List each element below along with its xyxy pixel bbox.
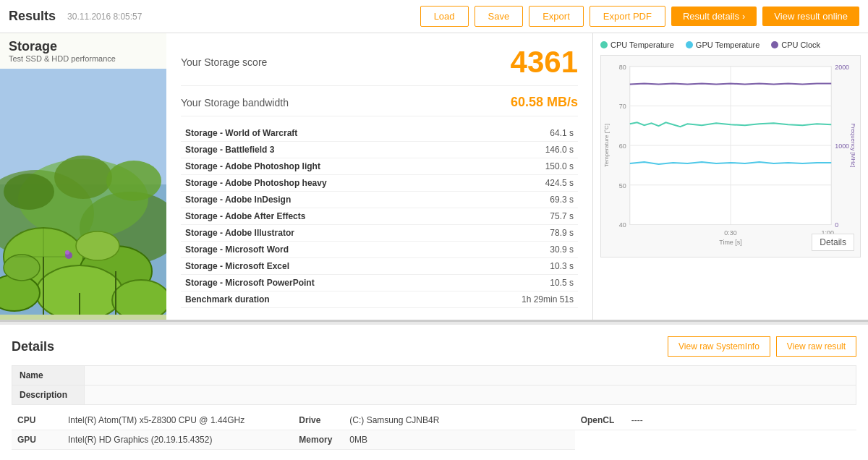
benchmark-row: Storage - Adobe Photoshop heavy424.5 s — [181, 175, 578, 192]
benchmark-value: 69.3 s — [464, 192, 578, 208]
storage-subtitle: Test SSD & HDD performance — [9, 54, 158, 63]
svg-text:Temperature [°C]: Temperature [°C] — [603, 124, 610, 167]
hardware-col-2: Drive (C:) Samsung CJNB4R Memory 0MB — [293, 411, 574, 450]
memory-row: Memory 0MB — [293, 430, 574, 450]
info-fields-table: Name Description — [12, 365, 856, 405]
benchmark-name: Storage - Microsoft PowerPoint — [181, 275, 464, 291]
memory-value: 0MB — [344, 430, 373, 449]
svg-point-11 — [4, 255, 40, 281]
description-row: Description — [12, 386, 856, 405]
gpu-temp-label: GPU Temperature — [696, 41, 760, 49]
benchmark-name: Storage - Adobe Illustrator — [181, 225, 464, 242]
view-raw-result-button[interactable]: View raw result — [776, 336, 856, 357]
storage-title-panel: Storage Test SSD & HDD performance — [0, 33, 166, 69]
benchmark-value: 64.1 s — [464, 125, 578, 142]
storage-heading: Storage — [9, 39, 158, 54]
export-pdf-button[interactable]: Export PDF — [590, 6, 665, 27]
benchmark-value: 10.5 s — [464, 275, 578, 291]
benchmark-name: Storage - Adobe InDesign — [181, 192, 464, 208]
svg-point-20 — [4, 174, 54, 210]
opencl-row: OpenCL ---- — [575, 411, 856, 430]
results-date: 30.11.2016 8:05:57 — [67, 12, 142, 22]
chart-container: 80 70 60 50 40 2000 1000 0 0:30 1:00 Tim… — [600, 55, 861, 257]
details-actions: View raw SystemInfo View raw result — [668, 336, 856, 357]
cpu-row: CPU Intel(R) Atom(TM) x5-Z8300 CPU @ 1.4… — [12, 411, 293, 430]
svg-text:80: 80 — [619, 64, 626, 71]
svg-point-10 — [76, 231, 119, 260]
benchmark-row: Storage - Microsoft Excel10.3 s — [181, 258, 578, 275]
chart-legend: CPU Temperature GPU Temperature CPU Cloc… — [600, 41, 861, 49]
score-label: Your Storage score — [181, 56, 267, 68]
svg-text:0:30: 0:30 — [724, 229, 736, 237]
svg-text:2000: 2000 — [835, 64, 849, 71]
cpu-label: CPU — [12, 411, 62, 430]
save-button[interactable]: Save — [475, 6, 524, 27]
nature-svg — [0, 69, 166, 315]
benchmark-row: Storage - Adobe Photoshop light150.0 s — [181, 158, 578, 175]
svg-text:40: 40 — [619, 221, 626, 229]
load-button[interactable]: Load — [420, 6, 469, 27]
benchmark-row: Storage - Battlefield 3146.0 s — [181, 142, 578, 158]
cpu-clock-label: CPU Clock — [781, 41, 820, 49]
details-section: Details View raw SystemInfo View raw res… — [0, 325, 868, 460]
benchmark-name: Benchmark duration — [181, 291, 464, 308]
hardware-col-1: CPU Intel(R) Atom(TM) x5-Z8300 CPU @ 1.4… — [12, 411, 293, 450]
benchmark-row: Storage - Adobe After Effects75.7 s — [181, 208, 578, 225]
benchmark-value: 1h 29min 51s — [464, 291, 578, 308]
benchmark-row: Storage - Adobe InDesign69.3 s — [181, 192, 578, 208]
svg-point-15 — [65, 250, 69, 255]
legend-gpu-temp: GPU Temperature — [686, 41, 760, 49]
benchmark-value: 424.5 s — [464, 175, 578, 192]
benchmark-name: Storage - World of Warcraft — [181, 125, 464, 142]
benchmark-row: Storage - World of Warcraft64.1 s — [181, 125, 578, 142]
opencl-value: ---- — [626, 411, 649, 430]
memory-label: Memory — [293, 430, 344, 449]
hardware-row: CPU Intel(R) Atom(TM) x5-Z8300 CPU @ 1.4… — [12, 411, 856, 450]
benchmark-name: Storage - Microsoft Excel — [181, 258, 464, 275]
results-title: Results — [9, 9, 56, 24]
view-result-online-button[interactable]: View result online — [762, 7, 859, 26]
score-row: Your Storage score 4361 — [181, 45, 578, 86]
benchmark-value: 10.3 s — [464, 258, 578, 275]
cpu-temp-dot — [600, 41, 608, 48]
drive-row: Drive (C:) Samsung CJNB4R — [293, 411, 574, 430]
view-raw-sysinfo-button[interactable]: View raw SystemInfo — [668, 336, 770, 357]
benchmark-name: Storage - Adobe After Effects — [181, 208, 464, 225]
benchmark-value: 146.0 s — [464, 142, 578, 158]
gpu-label: GPU — [12, 430, 62, 449]
benchmark-row: Benchmark duration1h 29min 51s — [181, 291, 578, 308]
gpu-value: Intel(R) HD Graphics (20.19.15.4352) — [62, 430, 218, 449]
cpu-value: Intel(R) Atom(TM) x5-Z8300 CPU @ 1.44GHz — [62, 411, 250, 430]
hardware-col-3: OpenCL ---- — [575, 411, 856, 450]
legend-cpu-clock: CPU Clock — [771, 41, 820, 49]
svg-text:Frequency [MHz]: Frequency [MHz] — [850, 124, 856, 167]
legend-cpu-temp: CPU Temperature — [600, 41, 674, 49]
header: Results 30.11.2016 8:05:57 Load Save Exp… — [0, 0, 868, 33]
bandwidth-label: Your Storage bandwidth — [181, 97, 289, 108]
svg-point-19 — [54, 156, 112, 199]
cpu-clock-dot — [771, 41, 778, 48]
benchmark-row: Storage - Microsoft PowerPoint10.5 s — [181, 275, 578, 291]
chart-details-button[interactable]: Details — [812, 234, 854, 251]
opencl-label: OpenCL — [575, 411, 626, 430]
score-value: 4361 — [511, 45, 578, 80]
chart-svg: 80 70 60 50 40 2000 1000 0 0:30 1:00 Tim… — [601, 56, 860, 257]
svg-point-21 — [106, 161, 161, 201]
benchmark-value: 78.9 s — [464, 225, 578, 242]
drive-value: (C:) Samsung CJNB4R — [344, 411, 445, 430]
result-details-button[interactable]: Result details › — [671, 7, 757, 26]
details-title: Details — [12, 339, 668, 354]
benchmark-name: Storage - Adobe Photoshop light — [181, 158, 464, 175]
name-value — [85, 366, 856, 386]
details-header: Details View raw SystemInfo View raw res… — [12, 336, 856, 357]
name-row: Name — [12, 366, 856, 386]
score-panel: Your Storage score 4361 Your Storage ban… — [166, 33, 593, 320]
export-button[interactable]: Export — [529, 6, 584, 27]
svg-text:50: 50 — [619, 182, 626, 189]
benchmark-value: 150.0 s — [464, 158, 578, 175]
name-label: Name — [12, 366, 85, 386]
benchmark-value: 30.9 s — [464, 242, 578, 258]
benchmark-row: Storage - Adobe Illustrator78.9 s — [181, 225, 578, 242]
svg-text:0: 0 — [835, 221, 838, 229]
storage-section: Storage Test SSD & HDD performance — [0, 33, 868, 322]
